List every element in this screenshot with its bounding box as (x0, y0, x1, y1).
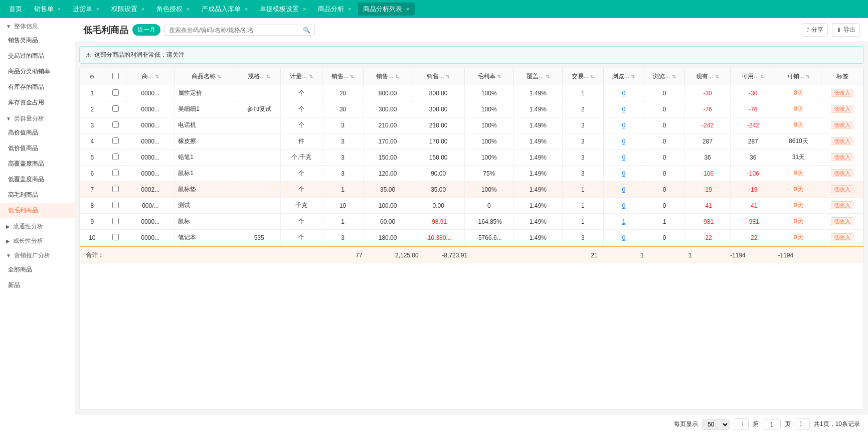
row-checkbox[interactable] (105, 182, 126, 198)
sidebar-group-title-flow[interactable]: ▶ 流通性分析 (0, 218, 75, 233)
row-views1[interactable]: 0 (603, 85, 644, 101)
close-icon[interactable]: × (141, 6, 144, 12)
row-select-checkbox[interactable] (112, 154, 119, 160)
sidebar-item-low-coverage[interactable]: 低覆盖度商品 (0, 172, 75, 187)
nav-item-analysis-list[interactable]: 商品分析列表 × (358, 3, 414, 16)
sidebar-item-new-goods[interactable]: 新品 (0, 277, 75, 293)
col-sales-amount[interactable]: 销售... ⇅ (412, 68, 465, 85)
row-name: 鼠标1 (175, 166, 238, 182)
nav-item-sales[interactable]: 销售单 × (29, 3, 66, 16)
row-views1[interactable]: 0 (603, 117, 644, 133)
page-size-label: 每页显示 (674, 420, 698, 428)
close-icon[interactable]: × (245, 6, 248, 12)
sidebar-group-title-overall[interactable]: ▼ 整体信息 (0, 18, 75, 33)
sidebar-item-low-margin[interactable]: 低毛利商品 (0, 203, 75, 218)
row-checkbox[interactable] (105, 166, 126, 182)
row-select-checkbox[interactable] (112, 137, 119, 144)
col-available[interactable]: 可用... ⇅ (730, 68, 776, 85)
col-spec[interactable]: 规格... ⇅ (238, 68, 280, 85)
close-icon[interactable]: × (303, 6, 306, 12)
share-button[interactable]: ⤴ 分享 (802, 23, 828, 37)
sidebar-item-high-margin[interactable]: 高毛利商品 (0, 187, 75, 203)
close-icon[interactable]: × (96, 6, 99, 12)
export-button[interactable]: ⬇ 导出 (832, 23, 860, 37)
row-select-checkbox[interactable] (112, 202, 119, 208)
page-number-input[interactable] (763, 419, 781, 429)
search-icon[interactable]: 🔍 (303, 27, 310, 34)
row-views1[interactable]: 0 (603, 166, 644, 182)
nav-item-analysis[interactable]: 商品分析 × (313, 3, 356, 16)
col-code[interactable]: 商... ⇅ (126, 68, 175, 85)
nav-item-home[interactable]: 首页 (4, 3, 27, 16)
col-current[interactable]: 现有... ⇅ (685, 68, 731, 85)
col-name[interactable]: 商品名称 ⇅ (175, 68, 238, 85)
row-spec (238, 166, 280, 182)
prev-page-button[interactable]: 〈 (734, 418, 749, 430)
close-icon[interactable]: × (348, 6, 351, 12)
search-input[interactable] (169, 27, 303, 34)
sidebar-item-sales-goods[interactable]: 销售类商品 (0, 33, 75, 48)
col-coverage[interactable]: 覆盖... ⇅ (513, 68, 563, 85)
col-checkbox[interactable] (105, 68, 126, 85)
col-trade-count[interactable]: 交易... ⇅ (563, 68, 603, 85)
row-views1[interactable]: 0 (603, 198, 644, 214)
row-views1[interactable]: 0 (603, 150, 644, 166)
row-select-checkbox[interactable] (112, 121, 119, 128)
row-select-checkbox[interactable] (112, 218, 119, 224)
sidebar-item-high-value[interactable]: 高价值商品 (0, 125, 75, 140)
row-checkbox[interactable] (105, 133, 126, 150)
page-size-select[interactable]: 50 100 (702, 419, 730, 430)
row-saleable: 8610天 (776, 133, 821, 150)
row-select-checkbox[interactable] (112, 170, 119, 176)
search-box[interactable]: 🔍 (164, 25, 315, 36)
sidebar-item-high-coverage[interactable]: 高覆盖度商品 (0, 156, 75, 172)
row-checkbox[interactable] (105, 117, 126, 133)
row-checkbox[interactable] (105, 230, 126, 246)
sidebar-item-traded-goods[interactable]: 交易过的商品 (0, 48, 75, 64)
sidebar-group-title-growth[interactable]: ▶ 成长性分析 (0, 233, 75, 247)
nav-item-roles[interactable]: 角色授权 × (151, 3, 195, 16)
col-settings[interactable]: ⚙ (80, 68, 105, 85)
sidebar-item-category-rate[interactable]: 商品分类助销率 (0, 64, 75, 79)
next-page-button[interactable]: 〉 (795, 418, 810, 430)
row-select-checkbox[interactable] (112, 105, 119, 112)
col-gross-rate[interactable]: 毛利率 ⇅ (464, 68, 513, 85)
col-unit[interactable]: 计量... ⇅ (280, 68, 322, 85)
select-all-checkbox[interactable] (112, 73, 119, 79)
row-select-checkbox[interactable] (112, 234, 119, 240)
row-select-checkbox[interactable] (112, 186, 119, 192)
sidebar-item-stock-capital[interactable]: 库存资金占用 (0, 95, 75, 110)
col-saleable[interactable]: 可销... ⇅ (776, 68, 821, 85)
sidebar-item-all-goods[interactable]: 全部商品 (0, 262, 75, 277)
row-checkbox[interactable] (105, 101, 126, 117)
row-views2: 1 (644, 214, 684, 230)
col-views1[interactable]: 浏览... ⇅ (603, 68, 644, 85)
close-icon[interactable]: × (58, 6, 61, 12)
nav-item-products[interactable]: 产成品入库单 × (197, 3, 253, 16)
nav-item-purchase[interactable]: 进货单 × (68, 3, 104, 16)
row-unit: 个 (280, 117, 322, 133)
col-views2[interactable]: 浏览... ⇅ (644, 68, 684, 85)
close-icon[interactable]: × (406, 6, 409, 12)
row-views1[interactable]: 0 (603, 182, 644, 198)
close-icon[interactable]: × (187, 6, 190, 12)
row-checkbox[interactable] (105, 198, 126, 214)
row-checkbox[interactable] (105, 150, 126, 166)
sidebar-group-title-marketing[interactable]: ▼ 营销推广分析 (0, 247, 75, 262)
nav-item-permissions[interactable]: 权限设置 × (106, 3, 149, 16)
sidebar-item-low-value[interactable]: 低价值商品 (0, 140, 75, 156)
sidebar-group-title-cluster[interactable]: ▼ 类群量分析 (0, 110, 75, 125)
row-views1[interactable]: 0 (603, 101, 644, 117)
date-filter-button[interactable]: 近一月 (132, 24, 160, 36)
row-views1[interactable]: 1 (603, 214, 644, 230)
row-views1[interactable]: 0 (603, 230, 644, 246)
row-checkbox[interactable] (105, 214, 126, 230)
row-views1[interactable]: 0 (603, 133, 644, 150)
nav-item-templates[interactable]: 单据模板设置 × (255, 3, 311, 16)
row-sales-amount: 150.00 (412, 150, 465, 166)
col-sales-qty[interactable]: 销售... ⇅ (322, 68, 363, 85)
row-checkbox[interactable] (105, 85, 126, 101)
sidebar-item-stock-goods[interactable]: 有库存的商品 (0, 79, 75, 95)
col-sales-price[interactable]: 销售... ⇅ (363, 68, 412, 85)
row-select-checkbox[interactable] (112, 89, 119, 96)
